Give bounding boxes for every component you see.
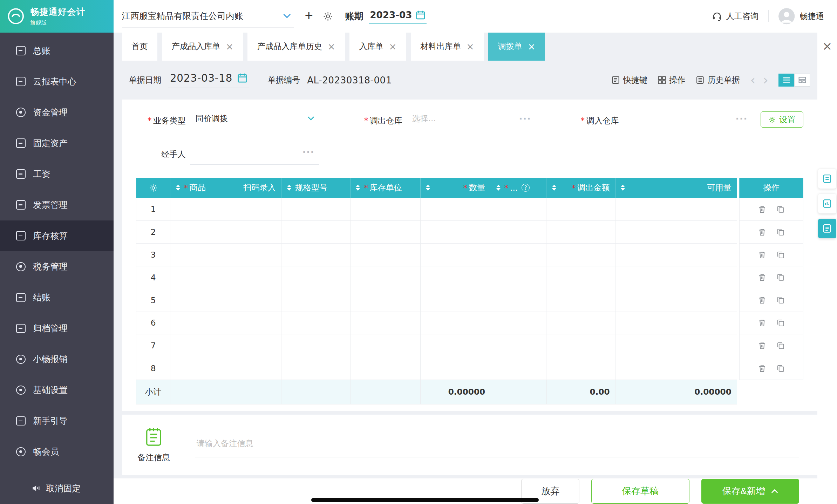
- sort-icon[interactable]: [621, 185, 625, 191]
- tab-close-icon[interactable]: ×: [328, 42, 335, 51]
- table-cell[interactable]: [351, 198, 421, 221]
- table-cell[interactable]: [170, 312, 281, 335]
- sidebar-item-reimburse[interactable]: 小畅报销: [0, 344, 114, 375]
- save-draft-button[interactable]: 保存草稿: [591, 479, 689, 504]
- sort-icon[interactable]: [552, 185, 556, 191]
- table-cell[interactable]: [546, 357, 615, 380]
- table-cell[interactable]: [351, 221, 421, 244]
- shortcut-keys-button[interactable]: 快捷键: [611, 75, 647, 86]
- support-button[interactable]: 人工咨询: [712, 11, 758, 22]
- header-product[interactable]: * 商品 扫码录入: [170, 178, 281, 198]
- table-cell[interactable]: [491, 289, 547, 312]
- header-out-amount[interactable]: *调出金额: [546, 178, 615, 198]
- table-cell[interactable]: [351, 266, 421, 289]
- more-icon[interactable]: ···: [735, 114, 748, 124]
- delete-row-icon[interactable]: [758, 341, 767, 350]
- table-cell[interactable]: [615, 266, 737, 289]
- header-available[interactable]: 可用量: [615, 178, 737, 198]
- table-cell[interactable]: [281, 198, 351, 221]
- sidebar-item-inventory[interactable]: 库存核算: [0, 220, 114, 251]
- doc-date-picker[interactable]: 2023-03-18: [168, 72, 249, 88]
- user-menu[interactable]: 畅捷通: [778, 8, 824, 24]
- table-cell[interactable]: [170, 244, 281, 266]
- copy-row-icon[interactable]: [776, 251, 785, 259]
- copy-row-icon[interactable]: [776, 273, 785, 282]
- table-cell[interactable]: [351, 244, 421, 266]
- delete-row-icon[interactable]: [758, 205, 767, 214]
- more-icon[interactable]: ···: [302, 147, 315, 157]
- table-cell[interactable]: [170, 221, 281, 244]
- table-cell[interactable]: [491, 357, 547, 380]
- table-cell[interactable]: [281, 244, 351, 266]
- copy-row-icon[interactable]: [776, 364, 785, 373]
- delete-row-icon[interactable]: [758, 296, 767, 305]
- table-cell[interactable]: [351, 312, 421, 335]
- grid-settings-button[interactable]: 设置: [761, 111, 803, 128]
- table-cell[interactable]: [281, 357, 351, 380]
- delete-row-icon[interactable]: [758, 251, 767, 259]
- table-cell[interactable]: [546, 334, 615, 357]
- scan-entry-link[interactable]: 扫码录入: [243, 182, 276, 193]
- table-cell[interactable]: [281, 221, 351, 244]
- table-cell[interactable]: [546, 266, 615, 289]
- save-and-new-button[interactable]: 保存&新增: [701, 479, 799, 504]
- sort-icon[interactable]: [496, 185, 501, 191]
- sort-icon[interactable]: [356, 185, 360, 191]
- in-warehouse-picker[interactable]: ···: [623, 111, 752, 131]
- table-cell[interactable]: [170, 198, 281, 221]
- table-cell[interactable]: [615, 289, 737, 312]
- table-cell[interactable]: [615, 357, 737, 380]
- add-account-set-button[interactable]: +: [305, 9, 313, 23]
- sidebar-item-member[interactable]: 畅会员: [0, 436, 114, 467]
- delete-row-icon[interactable]: [758, 228, 767, 237]
- next-doc-button[interactable]: ›: [763, 74, 768, 87]
- copy-row-icon[interactable]: [776, 341, 785, 350]
- header-qty[interactable]: *数量: [421, 178, 491, 198]
- period-picker[interactable]: 2023-03: [369, 9, 427, 24]
- company-select[interactable]: 江西服宝精品有限责任公司内账: [122, 5, 294, 28]
- table-cell[interactable]: [351, 334, 421, 357]
- table-cell[interactable]: [281, 289, 351, 312]
- table-cell[interactable]: [281, 334, 351, 357]
- table-cell[interactable]: [491, 312, 547, 335]
- side-panel-report-button[interactable]: [818, 194, 837, 213]
- delete-row-icon[interactable]: [758, 273, 767, 282]
- delete-row-icon[interactable]: [758, 319, 767, 327]
- copy-row-icon[interactable]: [776, 319, 785, 327]
- table-cell[interactable]: [615, 221, 737, 244]
- table-cell[interactable]: [421, 312, 491, 335]
- table-cell[interactable]: [281, 312, 351, 335]
- tab-close-icon[interactable]: ×: [389, 42, 396, 51]
- tab-finished-goods-inbound[interactable]: 产成品入库单×: [162, 33, 243, 61]
- more-icon[interactable]: ···: [519, 114, 531, 124]
- copy-row-icon[interactable]: [776, 228, 785, 237]
- sort-icon[interactable]: [287, 185, 291, 191]
- sidebar-item-tax[interactable]: 税务管理: [0, 251, 114, 282]
- table-cell[interactable]: [546, 289, 615, 312]
- header-spec[interactable]: 规格型号: [281, 178, 351, 198]
- table-cell[interactable]: [546, 244, 615, 266]
- tab-close-icon[interactable]: ×: [467, 42, 474, 51]
- sidebar-item-closing[interactable]: 结账: [0, 282, 114, 313]
- table-cell[interactable]: [421, 334, 491, 357]
- table-cell[interactable]: [170, 289, 281, 312]
- sidebar-item-basic-settings[interactable]: 基础设置: [0, 375, 114, 406]
- sidebar-item-archive[interactable]: 归档管理: [0, 313, 114, 344]
- table-cell[interactable]: [421, 198, 491, 221]
- sidebar-item-fixed-assets[interactable]: 固定资产: [0, 128, 114, 158]
- table-cell[interactable]: [546, 312, 615, 335]
- tab-inbound[interactable]: 入库单×: [349, 33, 407, 61]
- biz-type-select[interactable]: 同价调拨: [190, 111, 319, 131]
- tab-close-icon[interactable]: ×: [528, 42, 535, 51]
- sidebar-item-funds[interactable]: 资金管理: [0, 97, 114, 128]
- table-cell[interactable]: [170, 334, 281, 357]
- sidebar-item-general-ledger[interactable]: 总账: [0, 35, 114, 66]
- sidebar-item-guide[interactable]: 新手引导: [0, 406, 114, 436]
- out-warehouse-picker[interactable]: 选择... ···: [407, 111, 536, 131]
- table-cell[interactable]: [281, 266, 351, 289]
- table-cell[interactable]: [546, 198, 615, 221]
- column-settings-button[interactable]: [136, 178, 171, 198]
- remarks-input[interactable]: 请输入备注信息: [195, 438, 799, 457]
- table-cell[interactable]: [615, 244, 737, 266]
- tab-finished-goods-inbound-history[interactable]: 产成品入库单历史×: [247, 33, 345, 61]
